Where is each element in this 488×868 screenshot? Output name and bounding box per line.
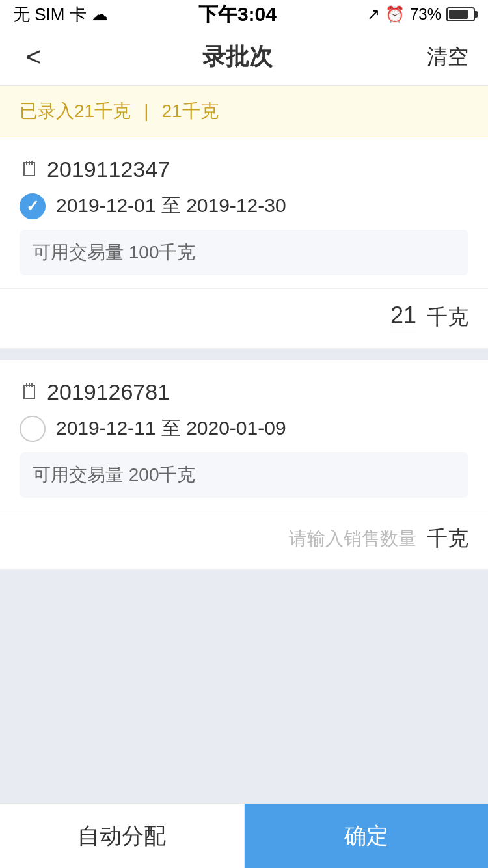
status-left: 无 SIM 卡 ☁ <box>13 3 108 26</box>
batch-2-available: 可用交易量 200千克 <box>20 452 468 498</box>
batch-1-qty-row: 21 千克 <box>0 288 488 348</box>
summary-value: 21千克 <box>161 99 218 124</box>
battery-icon <box>446 7 475 21</box>
summary-label: 已录入21千克 <box>20 99 131 124</box>
battery-percent: 73% <box>410 5 441 23</box>
bottom-empty-area <box>0 570 488 830</box>
batch-2-qty-row: 请输入销售数量 千克 <box>0 511 488 569</box>
batch-1-qty-unit: 千克 <box>427 303 468 332</box>
batch-1-number: 2019112347 <box>47 157 170 182</box>
batch-2-qty-unit: 千克 <box>427 524 468 553</box>
doc-icon-2: 🗒 <box>20 380 40 404</box>
summary-divider: | <box>144 101 148 122</box>
batch-card-1-inner: 🗒 2019112347 2019-12-01 至 2019-12-30 可用交… <box>0 137 488 288</box>
alarm-icon: ⏰ <box>385 5 405 23</box>
batch-1-qty-value: 21 <box>390 302 416 332</box>
batch-2-date-row: 2019-12-11 至 2020-01-09 <box>20 415 468 442</box>
status-right: ↗ ⏰ 73% <box>367 5 475 23</box>
batch-1-radio[interactable] <box>20 193 46 219</box>
batch-2-number: 2019126781 <box>47 379 170 405</box>
status-bar: 无 SIM 卡 ☁ 下午3:04 ↗ ⏰ 73% <box>0 0 488 29</box>
footer: 自动分配 确定 <box>0 803 488 868</box>
batch-2-qty-placeholder: 请输入销售数量 <box>20 526 416 551</box>
batch-1-available: 可用交易量 100千克 <box>20 230 468 275</box>
batch-card-1: 🗒 2019112347 2019-12-01 至 2019-12-30 可用交… <box>0 137 488 348</box>
batch-1-date-range: 2019-12-01 至 2019-12-30 <box>56 193 286 219</box>
batch-2-header: 🗒 2019126781 <box>20 379 468 405</box>
sim-status: 无 SIM 卡 ☁ <box>13 3 108 26</box>
clear-button[interactable]: 清空 <box>427 43 468 72</box>
section-separator-1 <box>0 349 488 360</box>
back-button[interactable]: < <box>20 36 47 78</box>
confirm-button[interactable]: 确定 <box>245 804 489 868</box>
batch-1-date-row: 2019-12-01 至 2019-12-30 <box>20 193 468 219</box>
nav-bar: < 录批次 清空 <box>0 29 488 86</box>
batch-card-2: 🗒 2019126781 2019-12-11 至 2020-01-09 可用交… <box>0 360 488 569</box>
summary-bar: 已录入21千克 | 21千克 <box>0 86 488 137</box>
batch-2-radio[interactable] <box>20 416 46 442</box>
status-time: 下午3:04 <box>198 1 277 28</box>
doc-icon-1: 🗒 <box>20 157 40 182</box>
auto-distribute-button[interactable]: 自动分配 <box>0 804 245 868</box>
batch-2-date-range: 2019-12-11 至 2020-01-09 <box>56 415 286 442</box>
page-title: 录批次 <box>202 41 273 73</box>
content-area: 🗒 2019112347 2019-12-01 至 2019-12-30 可用交… <box>0 137 488 868</box>
location-icon: ↗ <box>367 5 380 23</box>
batch-card-2-inner: 🗒 2019126781 2019-12-11 至 2020-01-09 可用交… <box>0 360 488 511</box>
batch-1-header: 🗒 2019112347 <box>20 157 468 182</box>
